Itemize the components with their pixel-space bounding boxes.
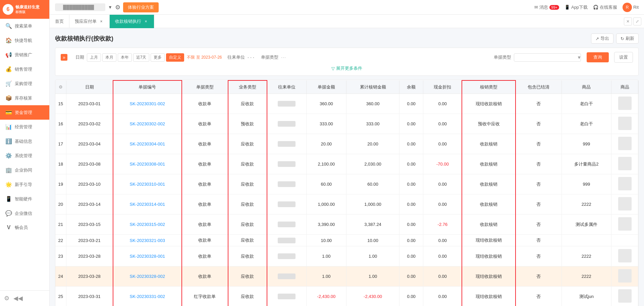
doc-no-link[interactable]: SK-20230301-002 [129,101,165,106]
online-service-btn[interactable]: 🎧 在线客服 [593,4,617,10]
sidebar-item-operations[interactable]: 📊 经营管理 [0,120,49,134]
doc-no-link[interactable]: SK-20230308-001 [129,162,165,167]
doc-no-link[interactable]: SK-20230315-002 [129,222,165,227]
doc-no-link[interactable]: SK-20230302-002 [129,121,165,126]
cell-doc-no: SK-20230308-001 [113,154,182,174]
wechat-icon: 💬 [5,210,12,217]
sidebar-item-sales[interactable]: 💰 销售管理 [0,62,49,76]
cell-doc-no: SK-20230301-002 [113,94,182,114]
message-btn[interactable]: ✉ 消息 99+ [534,4,559,10]
date-buttons: 上月 本月 本年 近7天 更多 自定义 [87,53,184,62]
doc-no-link[interactable]: SK-20230328-001 [129,254,165,259]
last-month-btn[interactable]: 上月 [87,53,101,62]
table-settings-icon[interactable]: ⚙ [59,84,63,89]
cell-partner: ████ [267,266,306,287]
collapse-icon[interactable]: ◀◀ [13,295,23,302]
sidebar-item-basic[interactable]: ℹ️ 基础信息 [0,134,49,148]
sidebar-item-newbie[interactable]: 🌟 新手引导 [0,177,49,192]
cell-amount: 60.00 [306,174,346,194]
sidebar-item-member[interactable]: V 畅会员 [0,221,49,235]
solution-btn[interactable]: 体验行业方案 [123,2,159,12]
doc-no-link[interactable]: SK-20230310-001 [129,182,165,187]
finance-icon: 💳 [5,109,12,116]
smart-icon: 📱 [5,196,12,202]
sidebar-item-enterprise[interactable]: 🏢 企业协同 [0,163,49,177]
date-range-text: 不限 至 2023-07-26 [187,55,222,60]
query-btn[interactable]: 查询 [587,52,609,62]
col-included: 包含已结清 [516,80,561,94]
tab-fullscreen-btn[interactable]: ⤢ [633,17,641,25]
cell-verified: 20.00 [346,134,399,154]
cell-product2 [611,94,638,114]
tab-payable-close[interactable]: × [99,19,104,24]
cell-verified: 60.00 [346,174,399,194]
cell-included: 否 [516,94,561,114]
cell-amount: 1.00 [306,246,346,266]
sidebar-item-wechat[interactable]: 💬 企业微信 [0,206,49,221]
export-btn[interactable]: ↗ 导出 [591,34,613,44]
cell-biz-type: 应收款 [228,194,267,215]
doc-type-select[interactable] [514,53,581,62]
tab-payable[interactable]: 预应应付单 × [69,15,110,28]
sidebar-item-smart[interactable]: 📱 智能硬件 [0,192,49,206]
date-range-display: 不限 至 2023-07-26 [187,55,222,60]
sidebar-item-purchase[interactable]: 🛒 采购管理 [0,76,49,91]
export-icon: ↗ [595,36,599,41]
col-settings: ⚙ [55,80,66,94]
cell-verified: 1.00 [346,246,399,266]
settings-footer-icon[interactable]: ⚙ [4,295,9,302]
expand-icon[interactable]: » [61,54,67,61]
cell-balance: 0.00 [399,246,423,266]
sidebar-item-shortcuts[interactable]: 🏠 快捷导航 [0,33,49,48]
cell-biz-type: 应收款 [228,215,267,235]
sidebar-item-marketing[interactable]: 📢 营销推广 [0,48,49,62]
app-download-btn[interactable]: 📱 App下载 [565,4,588,10]
sidebar-item-inventory[interactable]: 📦 库存核算 [0,91,49,105]
filter-expand-toggle[interactable]: » [61,54,67,61]
doc-no-link[interactable]: SK-20230328-002 [129,274,165,279]
filter-doc-type-right: 单据类型 ▼ [494,53,581,62]
cell-verify-type: 收款核销 [462,154,516,174]
cell-verify-type: 预收中应收 [462,114,516,134]
dropdown-arrow-icon[interactable]: ▼ [108,5,112,10]
main-content: ██████████ ▼ ⚙ 体验行业方案 ✉ 消息 99+ 📱 App下载 🎧… [50,0,644,306]
user-avatar[interactable]: R Rit [623,3,639,12]
cell-partner: ████ [267,134,306,154]
partner-input[interactable]: ··· [248,54,256,61]
col-partner: 往来单位 [267,80,306,94]
more-btn[interactable]: 更多 [151,53,165,62]
sidebar-item-finance[interactable]: 💳 资金管理 [0,105,49,120]
sidebar-item-system[interactable]: ⚙️ 系统管理 [0,148,49,163]
tab-collection-close[interactable]: × [143,19,149,24]
this-month-btn[interactable]: 本月 [102,53,116,62]
message-icon: ✉ [534,5,538,10]
cell-included: 否 [516,215,561,235]
col-doc-type: 单据类型 [182,80,228,94]
cell-doc-type: 收款单 [182,94,228,114]
filter-settings-btn[interactable]: 设置 [614,52,633,63]
refresh-btn[interactable]: ↻ 刷新 [616,34,639,44]
cell-product2 [611,174,638,194]
cell-doc-type: 红字收款单 [182,287,228,306]
cell-partner: ████ [267,154,306,174]
cell-doc-type: 收款单 [182,194,228,215]
cell-discount: 0.00 [423,114,462,134]
this-year-btn[interactable]: 本年 [118,53,132,62]
doc-no-link[interactable]: SK-20230304-001 [129,141,165,146]
home-icon: 🏠 [5,37,12,44]
cell-discount: -2.76 [423,215,462,235]
tab-home[interactable]: 首页 [50,15,69,28]
tab-close-all-btn[interactable]: ✕ [624,17,632,25]
custom-btn[interactable]: 自定义 [166,53,184,62]
last-7days-btn[interactable]: 近7天 [133,53,150,62]
cell-product2 [611,246,638,266]
cell-date: 2023-03-02 [66,114,113,134]
tab-collection[interactable]: 收款核销执行 × [110,15,154,28]
expand-more-btn[interactable]: ▽ 展开更多条件 [331,65,362,71]
topbar-gear-icon[interactable]: ⚙ [115,4,120,11]
cell-balance: 0.00 [399,194,423,215]
doc-no-link[interactable]: SK-20230314-001 [129,202,165,207]
sidebar-item-search[interactable]: 🔍 搜索菜单 [0,19,49,33]
doc-no-link[interactable]: SK-20230321-003 [129,238,165,243]
doc-no-link[interactable]: SK-20230331-002 [129,294,165,299]
